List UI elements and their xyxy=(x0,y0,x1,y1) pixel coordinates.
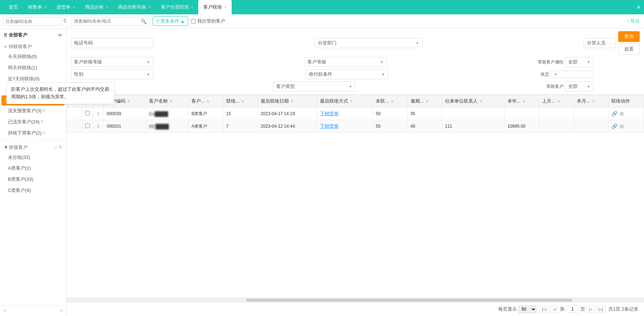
sidebar-group-value[interactable]: ▼ 价值客户 ○ ✎ xyxy=(0,142,66,152)
row-last-month xyxy=(539,120,574,133)
sidebar-item-declining[interactable]: 持续下滑客户(2) ? xyxy=(0,128,66,139)
sidebar-item-class-c[interactable]: C类客户(6) xyxy=(0,185,66,196)
sidebar-item-lost[interactable]: 已流失客户(24) ? xyxy=(0,117,66,128)
sort-icon: ⇅ xyxy=(479,99,482,103)
close-icon[interactable]: × xyxy=(224,5,226,9)
tab-sales[interactable]: 销售单 × xyxy=(23,0,51,14)
sidebar: 🔍 ⠿ 全部客户 ≫ ▼ 待联络客户 今天待联络(0) 明天待联络(1) 近7 xyxy=(0,14,66,316)
info-icon[interactable]: ? xyxy=(43,109,45,113)
link-action-icon[interactable]: 🔗 xyxy=(611,111,617,117)
retail-filter[interactable]: 零散客户 全部 ▼ xyxy=(546,81,594,91)
sidebar-item-class-a[interactable]: A类客户(1) xyxy=(0,163,66,174)
page-size-dropdown[interactable]: 50 100 200 xyxy=(518,305,537,313)
col-annual[interactable]: 本年... ⇅ xyxy=(504,95,539,108)
tab-purchase[interactable]: 进货单 × xyxy=(51,0,80,14)
sidebar-item-today[interactable]: 今天待联络(0) xyxy=(0,51,66,62)
sidebar-item-ungrouped[interactable]: 未分组(32) xyxy=(0,152,66,163)
status-dropdown[interactable]: ▼ xyxy=(551,71,594,78)
row-last-method[interactable]: 下销货单 xyxy=(317,108,372,120)
sidebar-search-input[interactable] xyxy=(3,17,62,26)
info-icon[interactable]: ? xyxy=(43,131,45,135)
sort-icon: ⇅ xyxy=(127,99,130,103)
sidebar-search-button[interactable]: 🔍 xyxy=(63,19,66,24)
row-last-date: 2023-04-12 14:44: xyxy=(258,120,317,133)
retail-dropdown[interactable]: 全部 ▼ xyxy=(565,81,594,91)
edit-icon[interactable]: ✎ xyxy=(59,145,62,150)
last-page-button[interactable]: ▷| xyxy=(596,306,606,313)
sidebar-item-tomorrow[interactable]: 明天待联络(1) xyxy=(0,62,66,74)
col-contact-count[interactable]: 联络... ⇅ xyxy=(223,95,258,108)
close-icon[interactable]: × xyxy=(106,5,108,9)
set-button[interactable]: 设置 xyxy=(618,43,640,55)
row-checkbox[interactable] xyxy=(82,120,93,133)
link-action-icon[interactable]: 🔗 xyxy=(611,123,617,129)
col-last-date[interactable]: 最后联络日期 ⇅ xyxy=(258,95,317,108)
tab-product-analysis[interactable]: 商品分析 × xyxy=(80,0,113,14)
col-last-month[interactable]: 上月... ⇅ xyxy=(539,95,574,108)
row-checkbox[interactable] xyxy=(82,108,93,120)
tab-customer-contact[interactable]: 客户联络 × xyxy=(198,0,231,14)
col-overdue[interactable]: 逾期... ⇅ xyxy=(407,95,442,108)
row-last-method[interactable]: 下销货单 xyxy=(317,120,372,133)
status-filter[interactable]: 状态 ▼ xyxy=(541,71,594,78)
col-this-month[interactable]: 本月... ⇅ xyxy=(574,95,608,108)
next-page-button[interactable]: ▷ xyxy=(587,306,595,313)
sidebar-collapse-button[interactable]: ≫ xyxy=(58,33,62,38)
customer-level-filter[interactable]: 客户等级 ▼ xyxy=(304,57,387,67)
retail-attr-filter[interactable]: 零散客户属性 全部 ▼ xyxy=(538,57,594,67)
sidebar-all-customers[interactable]: ⠿ 全部客户 ≫ xyxy=(0,29,66,41)
col-no-contact[interactable]: 未联... ⇅ xyxy=(373,95,407,108)
phone-filter[interactable]: 电话号码 xyxy=(71,38,153,48)
grid-action-icon[interactable]: ⊞ xyxy=(620,123,624,129)
chevron-down-icon: ▼ xyxy=(349,85,352,89)
search-input[interactable] xyxy=(74,19,139,24)
first-page-button[interactable]: |◁ xyxy=(539,306,549,313)
row-contact-count: 7 xyxy=(223,120,258,133)
col-contacts[interactable]: 往来单位联系人 ⇅ xyxy=(442,95,504,108)
query-button[interactable]: 查询 xyxy=(618,31,640,42)
close-icon[interactable]: × xyxy=(73,5,75,9)
customer-type-filter[interactable]: 客户类型 ▼ xyxy=(273,81,356,91)
page-size-select[interactable]: 每页显示 50 100 200 xyxy=(498,305,537,313)
export-button[interactable]: ↑ 导出 xyxy=(627,18,640,24)
window-close-button[interactable]: × xyxy=(636,4,640,11)
gender-filter[interactable]: 性别 ▼ xyxy=(71,69,153,79)
sidebar-item-class-b[interactable]: B类客户(33) xyxy=(0,174,66,185)
page-number-input[interactable] xyxy=(566,306,579,313)
scrollbar-thumb[interactable] xyxy=(246,299,572,302)
row-level: A类客户 xyxy=(189,120,223,133)
price-level-filter[interactable]: 客户价格等级 ▼ xyxy=(71,57,153,67)
col-last-method[interactable]: 最后联络方式 ⇅ xyxy=(317,95,372,108)
row-checkbox-input[interactable] xyxy=(85,123,90,128)
close-icon[interactable]: × xyxy=(191,5,193,9)
sort-icon: ⇅ xyxy=(391,99,394,103)
row-checkbox-input[interactable] xyxy=(85,111,90,115)
tooltip-box: 距客户上次交易时长，超过了此客户的平均交易周期的1.5倍，则视为异常。 xyxy=(6,82,114,104)
tab-customer-segment[interactable]: 客户分层经营 × xyxy=(156,0,198,14)
tab-home[interactable]: 首页 xyxy=(4,0,23,14)
my-customers-checkbox-input[interactable] xyxy=(191,19,196,24)
prev-page-button[interactable]: ◁ xyxy=(550,306,559,313)
close-icon[interactable]: × xyxy=(44,5,46,9)
tab-product-list[interactable]: 商品分析列表 × xyxy=(113,0,156,14)
payment-filter[interactable]: 收付款条件 ▼ xyxy=(306,69,388,79)
more-conditions-button[interactable]: ▽ 更多条件 ▲ xyxy=(153,16,188,26)
sidebar-group-pending[interactable]: ▼ 待联络客户 xyxy=(0,41,66,51)
horizontal-scrollbar[interactable] xyxy=(66,298,644,302)
dept-filter[interactable]: 分管部门 ▼ xyxy=(315,38,422,48)
circle-icon[interactable]: ○ xyxy=(54,145,57,150)
col-name[interactable]: 客户名称 ⇅ xyxy=(146,95,189,108)
retail-attr-dropdown[interactable]: 全部 ▼ xyxy=(565,57,594,67)
col-actions: 联络动作 xyxy=(608,95,644,108)
sidebar-item-loss-warning[interactable]: 流失预警客户(3) ? xyxy=(0,105,66,117)
my-customers-checkbox[interactable]: 我分管的客户 xyxy=(191,18,225,24)
manager-filter[interactable]: 分管人员 ··· xyxy=(584,38,615,48)
row-no-contact: 55 xyxy=(373,120,407,133)
row-last-date: 2023-04-17 14:19: xyxy=(258,108,317,120)
close-icon[interactable]: × xyxy=(148,5,150,9)
row-actions: 🔗 ⊞ xyxy=(608,120,644,133)
info-icon[interactable]: ? xyxy=(41,120,43,124)
grid-action-icon[interactable]: ⊞ xyxy=(620,111,624,117)
table-row: 2 000031 RE████ A类客户 7 2023-04-12 14:44:… xyxy=(67,120,644,133)
col-level[interactable]: 客户... ⇅ xyxy=(189,95,223,108)
